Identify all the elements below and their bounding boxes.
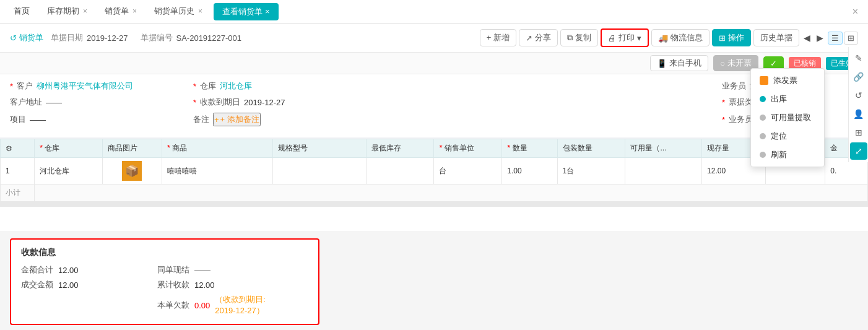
global-close-button[interactable]: × — [848, 6, 863, 17]
copy-button[interactable]: ⧉ 复制 — [560, 29, 598, 46]
available-qty-item[interactable]: 可用量提取 — [751, 108, 824, 127]
row-pack-qty: 1台 — [557, 158, 625, 185]
row-spec — [272, 158, 366, 185]
customer-field: * 客户 柳州粤港平安气体有限公司 — [10, 80, 146, 92]
col-spec: 规格型号 — [272, 139, 366, 158]
prev-arrow[interactable]: ◀ — [802, 33, 812, 43]
row-sales-unit: 台 — [434, 158, 502, 185]
expand-sidebar-icon[interactable]: ⤢ — [850, 142, 867, 160]
outbound-icon — [760, 96, 766, 102]
grid-view-button[interactable]: ⊞ — [844, 32, 858, 45]
main-wrapper: ↺ 销货单 单据日期 2019-12-27 单据编号 SA-20191227-0… — [0, 24, 868, 330]
form-row-2: 客户地址 —— * 收款到期日 2019-12-27 * 票据类型 不开票 — [10, 97, 858, 108]
add-invoice-item[interactable]: 添发票 — [751, 71, 824, 90]
operations-dropdown: 添发票 出库 可用量提取 定位 刷新 — [750, 68, 825, 167]
share-button[interactable]: ↗ 分享 — [519, 29, 558, 46]
next-arrow[interactable]: ▶ — [815, 33, 825, 43]
close-inventory-tab[interactable]: × — [83, 7, 87, 15]
print-button[interactable]: 🖨 打印 ▾ — [601, 28, 649, 47]
owed-amount: 本单欠款 0.00 （收款到期日: 2019-12-27） — [157, 294, 281, 316]
check-sales-button[interactable]: 查看销货单 × — [214, 3, 279, 20]
link-sidebar-icon[interactable]: 🔗 — [850, 68, 867, 85]
doc-header: ↺ 销货单 单据日期 2019-12-27 单据编号 SA-20191227-0… — [0, 24, 868, 53]
history-button[interactable]: 历史单据 — [753, 29, 799, 46]
doc-date: 单据日期 2019-12-27 — [51, 32, 128, 43]
close-sales-tab[interactable]: × — [132, 7, 137, 15]
col-warehouse: * 仓库 — [34, 139, 102, 158]
grid-icon: ⊞ — [719, 33, 726, 43]
total-amount: 金额合计 12.00 — [21, 264, 145, 276]
col-available: 可用量（... — [625, 139, 702, 158]
subtotal-row: 小计 — [1, 185, 868, 202]
logistics-button[interactable]: 🚚 物流信息 — [651, 29, 710, 46]
refresh-dot-icon — [760, 152, 766, 158]
col-quantity: * 数量 — [502, 139, 557, 158]
same-bill: 同单现结 —— — [157, 264, 281, 276]
plus-icon: + — [214, 115, 219, 124]
toolbar2: 📱 来自手机 ○ 未开票 ✓ 已核销 已生效 — [0, 53, 868, 74]
tab-sales[interactable]: 销货单 × — [96, 0, 145, 24]
payment-section: 收款信息 金额合计 12.00 同单现结 —— 成交金额 12.00 累计收款 … — [0, 231, 868, 330]
form-row-3: 项目 —— 备注 + + 添加备注 * 业务员盂 —— — [10, 113, 858, 126]
add-note-button[interactable]: + + 添加备注 — [213, 113, 261, 126]
new-button[interactable]: + 新增 — [480, 29, 516, 46]
from-phone-button[interactable]: 📱 来自手机 — [650, 55, 708, 71]
right-sidebar: ✎ 🔗 ↺ 👤 ⊞ ⤢ — [848, 47, 868, 162]
share-icon: ↗ — [526, 33, 532, 43]
tab-inventory[interactable]: 库存期初 × — [38, 0, 96, 24]
close-sales-history-tab[interactable]: × — [198, 7, 202, 15]
product-table-container: ⚙ * 仓库 商品图片 * 商品 规格型号 最低库存 * 销售单位 * 数量 包… — [0, 139, 868, 231]
horizontal-scrollbar[interactable] — [0, 202, 868, 207]
doc-number: 单据编号 SA-20191227-001 — [141, 32, 242, 43]
warehouse-field: * 仓库 河北仓库 — [193, 80, 329, 92]
doc-title: ↺ 销货单 — [10, 32, 43, 43]
row-image: 📦 — [102, 158, 162, 185]
doc-icon: ↺ — [10, 33, 17, 43]
col-sales-unit: * 销售单位 — [434, 139, 502, 158]
payment-grid: 金额合计 12.00 同单现结 —— 成交金额 12.00 累计收款 12.00… — [21, 264, 308, 316]
ticket-icon: ○ — [720, 59, 725, 68]
locate-item[interactable]: 定位 — [751, 127, 824, 145]
subtotal-label: 小计 — [1, 185, 35, 202]
row-num: 1 — [1, 158, 35, 185]
subtotal-empty — [34, 185, 867, 202]
due-date-field: * 收款到期日 2019-12-27 — [193, 97, 329, 108]
tab-sales-history[interactable]: 销货单历史 × — [145, 0, 211, 24]
check-icon: ✓ — [770, 59, 777, 68]
form-area: * 客户 柳州粤港平安气体有限公司 * 仓库 河北仓库 业务员 演示账号 客户地… — [0, 74, 868, 137]
col-settings[interactable]: ⚙ — [1, 139, 35, 158]
product-image: 📦 — [122, 161, 142, 181]
operations-button[interactable]: ⊞ 操作 — [712, 29, 751, 46]
form-row-1: * 客户 柳州粤港平安气体有限公司 * 仓库 河北仓库 业务员 演示账号 — [10, 80, 858, 92]
deal-amount: 成交金额 12.00 — [21, 279, 145, 290]
refresh-item[interactable]: 刷新 — [751, 145, 824, 164]
list-view-button[interactable]: ☰ — [828, 32, 843, 45]
doc-meta: 单据日期 2019-12-27 单据编号 SA-20191227-001 — [51, 32, 472, 43]
payment-box: 收款信息 金额合计 12.00 同单现结 —— 成交金额 12.00 累计收款 … — [10, 238, 319, 325]
product-table: ⚙ * 仓库 商品图片 * 商品 规格型号 最低库存 * 销售单位 * 数量 包… — [0, 139, 868, 202]
refresh-sidebar-icon[interactable]: ↺ — [850, 87, 867, 104]
tab-bar: 首页 库存期初 × 销货单 × 销货单历史 × 查看销货单 × × — [0, 0, 868, 24]
table-sidebar-icon[interactable]: ⊞ — [850, 124, 867, 141]
project-field: 项目 —— — [10, 114, 146, 125]
row-available — [625, 158, 702, 185]
row-product: 嘻嘻嘻嘻 — [162, 158, 272, 185]
user-sidebar-icon[interactable]: 👤 — [850, 105, 867, 123]
note-field: 备注 + + 添加备注 — [193, 113, 329, 126]
row-warehouse: 河北仓库 — [34, 158, 102, 185]
col-image: 商品图片 — [102, 139, 162, 158]
outbound-item[interactable]: 出库 — [751, 90, 824, 108]
copy-icon: ⧉ — [567, 33, 573, 43]
available-icon — [760, 115, 766, 121]
toolbar-right: + 新增 ↗ 分享 ⧉ 复制 🖨 打印 ▾ 🚚 物流信息 ⊞ 操作 — [480, 28, 858, 47]
phone-icon: 📱 — [657, 59, 667, 68]
address-field: 客户地址 —— — [10, 97, 146, 108]
tab-home[interactable]: 首页 — [5, 0, 38, 24]
locate-icon — [760, 133, 766, 139]
edit-sidebar-icon[interactable]: ✎ — [850, 50, 867, 67]
truck-icon: 🚚 — [658, 33, 668, 43]
payment-title: 收款信息 — [21, 247, 308, 258]
cumulative-payment: 累计收款 12.00 — [157, 279, 281, 290]
view-toggle: ☰ ⊞ — [828, 32, 858, 45]
col-product: * 商品 — [162, 139, 272, 158]
